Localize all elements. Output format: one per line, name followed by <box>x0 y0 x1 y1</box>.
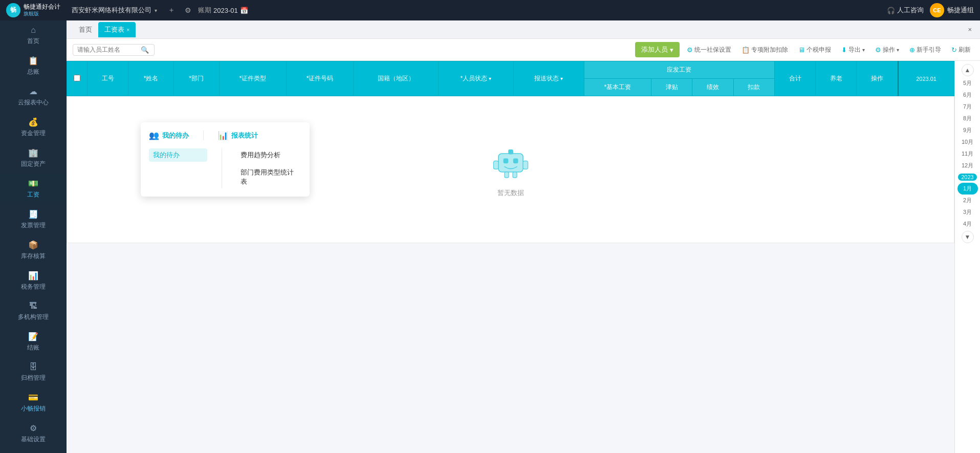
year-section: 2023 <box>958 174 976 181</box>
svg-rect-6 <box>523 161 528 169</box>
col-header-country: 国籍（地区） <box>354 61 439 96</box>
month-item-9[interactable]: 9月 <box>957 124 978 136</box>
sidebar-item-basic-settings[interactable]: ⚙ 基础设置 <box>0 418 67 449</box>
month-item-2[interactable]: 2月 <box>957 195 978 206</box>
sidebar-item-multi-org[interactable]: 🏗 多机构管理 <box>0 296 67 327</box>
svg-rect-2 <box>513 159 518 164</box>
select-all-checkbox[interactable] <box>67 61 88 96</box>
empty-illustration <box>490 141 531 182</box>
report-section-icon: 📊 <box>218 131 228 140</box>
chevron-down-icon: ▾ <box>155 8 157 13</box>
settings-icon[interactable]: ⚙ <box>182 4 194 16</box>
sidebar-item-invoice[interactable]: 🧾 发票管理 <box>0 204 67 235</box>
social-insurance-label: 统一社保设置 <box>694 46 731 54</box>
col-header-status: *人员状态 ▾ <box>439 61 513 96</box>
sidebar-item-fund[interactable]: 💰 资金管理 <box>0 112 67 143</box>
sidebar-item-tax[interactable]: 📊 税务管理 <box>0 266 67 296</box>
month-item-6[interactable]: 6月 <box>957 89 978 101</box>
col-header-performance: 绩效 <box>692 79 733 96</box>
refresh-button[interactable]: ↻ 刷新 <box>948 44 974 56</box>
special-deduction-label: 专项附加扣除 <box>751 46 788 54</box>
logo-text: 畅捷通好会计 旗舰版 <box>24 3 60 17</box>
operation-label: 操作 <box>883 46 895 54</box>
sidebar-item-guide[interactable]: ▶ 新手引导 <box>0 449 67 453</box>
month-nav-up[interactable]: ▲ <box>962 64 974 76</box>
sidebar-label-settings: 基础设置 <box>21 435 46 444</box>
tab-home[interactable]: 首页 <box>73 22 98 37</box>
popup-todo-items: 我的待办 <box>149 148 207 188</box>
logo-area: 畅 畅捷通好会计 旗舰版 <box>6 3 68 17</box>
sidebar-item-ledger[interactable]: 📋 总账 <box>0 51 67 81</box>
month-item-8[interactable]: 8月 <box>957 113 978 124</box>
tab-bar: 首页 工资表 × × <box>67 20 980 39</box>
sidebar-item-cloud-report[interactable]: ☁ 云报表中心 <box>0 81 67 112</box>
sidebar-label-cloud: 云报表中心 <box>18 98 49 107</box>
sidebar-label-closing: 结账 <box>27 343 39 352</box>
operation-button[interactable]: ⚙ 操作 ▾ <box>872 44 902 56</box>
sidebar-item-xiaochange[interactable]: 💳 小畅报销 <box>0 387 67 418</box>
month-item-5[interactable]: 5月 <box>957 77 978 89</box>
col-header-id-type: *证件类型 <box>219 61 286 96</box>
tab-close-icon[interactable]: × <box>126 27 129 33</box>
tab-salary-label: 工资表 <box>104 25 124 34</box>
month-item-1-active[interactable]: 1月 <box>957 183 978 195</box>
org-icon: 🏗 <box>29 301 37 311</box>
popup-item-dept-cost[interactable]: 部门费用类型统计表 <box>236 166 301 188</box>
export-button[interactable]: ⬇ 导出 ▾ <box>838 44 868 56</box>
empty-text: 暂无数据 <box>497 188 524 198</box>
month-item-10[interactable]: 10月 <box>957 136 978 148</box>
popup-divider2 <box>222 148 222 188</box>
logo-icon: 畅 <box>6 3 20 17</box>
sidebar-item-closing[interactable]: 📝 结账 <box>0 327 67 357</box>
sidebar-item-fixed-assets[interactable]: 🏢 固定资产 <box>0 143 67 174</box>
personal-tax-button[interactable]: 🖥 个税申报 <box>795 44 834 56</box>
export-label: 导出 <box>848 46 861 54</box>
export-icon: ⬇ <box>841 46 847 54</box>
company-selector[interactable]: 西安虾米网络科技有限公司 ▾ <box>68 4 161 17</box>
social-insurance-button[interactable]: ⚙ 统一社保设置 <box>684 44 734 56</box>
col-group-salary: 应发工资 <box>584 61 774 79</box>
popup-item-cost-trend[interactable]: 费用趋势分析 <box>236 148 301 162</box>
svg-rect-8 <box>513 172 517 178</box>
tab-salary[interactable]: 工资表 × <box>98 22 136 37</box>
add-button[interactable]: ＋ <box>165 4 178 16</box>
month-item-12[interactable]: 12月 <box>957 160 978 171</box>
special-deduction-button[interactable]: 📋 专项附加扣除 <box>738 44 791 56</box>
headset-icon: 🎧 <box>887 7 895 14</box>
year-badge: 2023 <box>958 174 976 181</box>
new-guide-button[interactable]: ⊕ 新手引导 <box>906 44 944 56</box>
gear-icon: ⚙ <box>30 423 37 433</box>
month-nav-down[interactable]: ▼ <box>962 231 974 243</box>
search-input[interactable] <box>77 46 139 53</box>
month-item-7[interactable]: 7月 <box>957 101 978 113</box>
month-item-4[interactable]: 4月 <box>957 218 978 230</box>
month-item-11[interactable]: 11月 <box>957 148 978 160</box>
col-header-report-status: 报送状态 ▾ <box>513 61 584 96</box>
operation-icon: ⚙ <box>875 46 881 54</box>
month-item-3[interactable]: 3月 <box>957 206 978 218</box>
consultant-label: 人工咨询 <box>897 6 924 15</box>
user-area[interactable]: CE 畅捷通组 <box>930 3 974 17</box>
popup-report-title: 报表统计 <box>231 131 258 140</box>
col-header-basic-salary: *基本工资 <box>584 79 651 96</box>
close-window-icon[interactable]: × <box>966 24 974 35</box>
checkbox-input[interactable] <box>74 75 80 81</box>
popup-my-todo-section: 👥 我的待办 <box>149 131 189 140</box>
popup-section-title-todo: 👥 我的待办 <box>149 131 189 140</box>
consultant-button[interactable]: 🎧 人工咨询 <box>887 6 924 15</box>
add-people-button[interactable]: 添加人员 ▾ <box>635 42 680 57</box>
period-info: 账期 2023-01 📅 <box>198 6 248 15</box>
month-timeline: ▲ 5月 6月 7月 8月 9月 10月 11月 12月 2023 1月 2月 … <box>954 61 980 453</box>
calendar-icon[interactable]: 📅 <box>240 7 248 14</box>
ledger-icon: 📋 <box>28 56 38 66</box>
sidebar-item-home[interactable]: ⌂ 首页 <box>0 20 67 51</box>
popup-divider <box>203 131 204 140</box>
sidebar-item-archive[interactable]: 🗄 归档管理 <box>0 357 67 387</box>
refresh-label: 刷新 <box>959 46 971 54</box>
popup-item-my-todo[interactable]: 我的待办 <box>149 148 207 162</box>
col-header-pension: 养老 <box>816 61 857 96</box>
sidebar-item-inventory[interactable]: 📦 库存核算 <box>0 235 67 266</box>
card-icon: 💳 <box>28 393 38 402</box>
todo-section-icon: 👥 <box>149 131 159 140</box>
sidebar-item-salary[interactable]: 💵 工资 <box>0 174 67 204</box>
